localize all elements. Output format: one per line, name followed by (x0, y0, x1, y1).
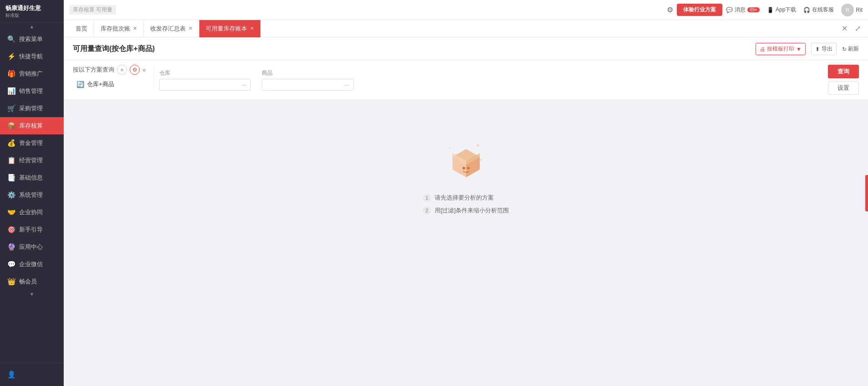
tab-summary[interactable]: 收发存汇总表✕ (144, 20, 199, 37)
tab-close-summary[interactable]: ✕ (188, 26, 193, 31)
sidebar-item-purchase[interactable]: 🛒 采购管理 (0, 100, 64, 117)
sidebar-label-search: 搜索菜单 (19, 35, 43, 43)
right-edge-bar[interactable] (865, 175, 868, 211)
user-name: Rit (856, 7, 863, 13)
empty-hints: 1 请先选择要分析的方案 2 用[过滤]条件来缩小分析范围 (423, 194, 509, 215)
wechat-icon: 💬 (7, 260, 15, 268)
user-info[interactable]: R Rit (841, 4, 863, 16)
tab-available[interactable]: 可用量库存账本✕ (199, 20, 261, 37)
online-service-btn[interactable]: 🎧 在线客服 (803, 6, 834, 14)
sidebar-item-marketing[interactable]: 🎁 营销推广 (0, 65, 64, 82)
online-service-label: 在线客服 (812, 6, 834, 14)
app-name: 畅康通好生意 (5, 5, 58, 12)
refresh-label: 刷新 (848, 45, 859, 53)
maximize-tab-btn[interactable]: ⤢ (853, 23, 863, 34)
sidebar-label-enterprise: 企业协同 (19, 208, 43, 216)
sidebar-item-member[interactable]: 👑 畅会员 (0, 273, 64, 290)
main-content: 库存核算 可用量 ⚙ 体验行业方案 💬 消息 99+ 📱 App下载 🎧 在线客… (64, 0, 868, 386)
sidebar-label-finance: 资金管理 (19, 139, 43, 147)
sidebar-bottom: 👤 (0, 363, 64, 386)
page-title: 可用量查询(按仓库+商品) (73, 44, 155, 54)
filter-settings-circle-button[interactable]: ⚙ (130, 65, 140, 75)
settings-button[interactable]: 设置 (828, 81, 859, 95)
tab-label-available: 可用量库存账本 (206, 25, 247, 33)
member-icon: 👑 (7, 278, 15, 286)
hint-text-1: 请先选择要分析的方案 (435, 194, 494, 202)
tab-home[interactable]: 首页 (69, 20, 94, 37)
sidebar-label-basic: 基础信息 (19, 174, 43, 182)
warehouse-more-icon[interactable]: ··· (242, 81, 247, 88)
sidebar-item-sales[interactable]: 📊 销售管理 (0, 82, 64, 100)
sidebar-label-marketing: 营销推广 (19, 70, 43, 78)
sidebar-item-inventory[interactable]: 📦 库存核算 (0, 117, 64, 134)
filter-section: 按以下方案查询 + ⚙ « 🔄 仓库+商品 仓库 ··· (64, 60, 868, 100)
sidebar-item-finance[interactable]: 💰 资金管理 (0, 134, 64, 152)
sidebar-item-basic[interactable]: 📑 基础信息 (0, 169, 64, 186)
empty-illustration: ✦ ✦ ✦ (441, 136, 491, 186)
sidebar-item-newbie[interactable]: 🎯 新手引导 (0, 221, 64, 238)
newbie-icon: 🎯 (7, 226, 15, 234)
sales-icon: 📊 (7, 87, 15, 95)
sidebar-item-quick-nav[interactable]: ⚡ 快捷导航 (0, 48, 64, 65)
sidebar-label-sales: 销售管理 (19, 87, 43, 95)
product-input-wrap: ··· (262, 79, 354, 91)
print-icon: 🖨 (760, 46, 765, 52)
refresh-icon: ↻ (842, 46, 847, 52)
svg-text:✦: ✦ (475, 142, 481, 149)
app-icon: 📱 (767, 7, 774, 13)
tab-batch[interactable]: 库存批次账✕ (94, 20, 144, 37)
gear-icon[interactable]: ⚙ (667, 5, 673, 14)
sidebar-item-wechat[interactable]: 💬 企业微信 (0, 256, 64, 273)
filter-scheme-item[interactable]: 🔄 仓库+商品 (73, 78, 146, 90)
message-btn[interactable]: 💬 消息 99+ (726, 6, 760, 14)
app-download-btn[interactable]: 📱 App下载 (767, 6, 796, 14)
tab-label-batch: 库存批次账 (101, 25, 130, 33)
close-tab-btn[interactable]: ✕ (840, 23, 849, 34)
business-icon: 📋 (7, 156, 15, 165)
filter-collapse-button[interactable]: « (142, 66, 146, 73)
sidebar-label-business: 经营管理 (19, 156, 43, 165)
system-icon: ⚙️ (7, 191, 15, 199)
product-input[interactable] (266, 81, 342, 88)
sidebar-label-newbie: 新手引导 (19, 226, 43, 234)
marketing-icon: 🎁 (7, 70, 15, 78)
print-label: 按模板打印 (767, 45, 794, 53)
page-header: 可用量查询(按仓库+商品) 🖨 按模板打印 ▼ ⬆ 导出 ↻ 刷新 (64, 37, 868, 60)
filter-add-button[interactable]: + (117, 65, 127, 75)
sidebar-label-purchase: 采购管理 (19, 104, 43, 113)
query-button[interactable]: 查询 (828, 65, 859, 78)
tab-close-batch[interactable]: ✕ (133, 26, 137, 31)
sidebar-logo: 畅康通好生意 标准版 (0, 0, 64, 23)
export-button[interactable]: ⬆ 导出 (811, 43, 837, 55)
extra-icon: 👤 (7, 371, 15, 379)
print-button[interactable]: 🖨 按模板打印 ▼ (756, 43, 806, 55)
sidebar-item-search[interactable]: 🔍 搜索菜单 (0, 31, 64, 48)
sidebar-item-enterprise[interactable]: 🤝 企业协同 (0, 204, 64, 221)
sidebar-item-business[interactable]: 📋 经营管理 (0, 152, 64, 169)
warehouse-input[interactable] (163, 81, 240, 88)
sidebar-item-system[interactable]: ⚙️ 系统管理 (0, 186, 64, 204)
sidebar-item-app-center[interactable]: 🔮 应用中心 (0, 238, 64, 256)
basic-icon: 📑 (7, 174, 15, 182)
product-more-icon[interactable]: ··· (344, 81, 350, 88)
sidebar-scroll-down[interactable]: ▼ (0, 290, 64, 298)
tab-close-available[interactable]: ✕ (250, 26, 254, 31)
export-label: 导出 (822, 45, 832, 53)
tabs-bar: 首页库存批次账✕收发存汇总表✕可用量库存账本✕ ✕ ⤢ (64, 20, 868, 37)
tab-label-summary: 收发存汇总表 (150, 25, 186, 33)
topbar-right: 💬 消息 99+ 📱 App下载 🎧 在线客服 R Rit (726, 4, 863, 16)
sidebar-label-system: 系统管理 (19, 191, 43, 199)
service-icon: 🎧 (803, 7, 810, 13)
trial-button[interactable]: 体验行业方案 (677, 4, 722, 16)
sidebar-label-member: 畅会员 (19, 278, 37, 286)
product-label: 商品 (262, 69, 354, 77)
filter-scheme-header: 按以下方案查询 + ⚙ « (73, 65, 146, 75)
finance-icon: 💰 (7, 139, 15, 147)
enterprise-icon: 🤝 (7, 208, 15, 216)
tabs-actions: ✕ ⤢ (840, 23, 863, 34)
sidebar-item-extra[interactable]: 👤 (0, 367, 64, 382)
tab-label-home: 首页 (76, 25, 87, 33)
refresh-button[interactable]: ↻ 刷新 (842, 45, 859, 53)
sidebar-scroll-up[interactable]: ▲ (0, 23, 64, 31)
app-download-label: App下载 (776, 6, 796, 14)
